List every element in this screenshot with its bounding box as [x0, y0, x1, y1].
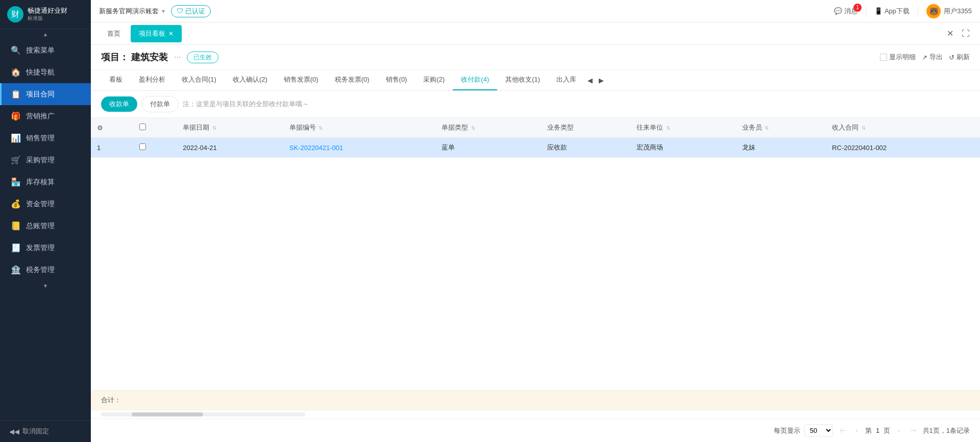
row-staff: 龙妹 [736, 138, 826, 158]
summary-row: 合计： [91, 390, 980, 410]
checkbox-icon [880, 54, 887, 61]
tab-close-icon[interactable]: ✕ [168, 30, 174, 37]
subtab-purchase[interactable]: 采购(2) [415, 70, 453, 90]
refresh-btn[interactable]: ↺ 刷新 [949, 53, 970, 62]
tabbar-actions: ✕ ⛶ [945, 27, 972, 40]
topbar: 新服务官网演示账套 ▾ 🛡 已认证 💬 消息 1 📱 App下载 🐻 用户335… [91, 0, 980, 22]
divider2 [918, 6, 918, 16]
display-detail-toggle[interactable]: 显示明细 [880, 53, 916, 62]
search-icon: 🔍 [11, 45, 21, 55]
horizontal-scrollbar[interactable] [91, 410, 980, 419]
message-btn[interactable]: 💬 消息 1 [834, 7, 857, 16]
select-all-checkbox[interactable] [139, 124, 146, 130]
sidebar-item-tax-label: 税务管理 [26, 265, 55, 275]
pagination: 每页显示 50 100 200 ⊢ ‹ 第 1 页 › ⊣ 共1页，1条记录 [91, 419, 980, 442]
th-number[interactable]: 单据编号 ⇅ [283, 118, 436, 138]
sidebar-item-tax[interactable]: 🏦 税务管理 [0, 259, 91, 281]
tab-project-board[interactable]: 项目看板 ✕ [131, 25, 182, 42]
row-contract: RC-20220401-002 [826, 138, 980, 158]
sidebar-nav: ▲ 🔍 搜索菜单 🏠 快捷导航 📋 项目合同 🎁 营销推广 📊 销售管理 🛒 采… [0, 29, 91, 420]
sidebar-item-finance-label: 资金管理 [26, 200, 55, 209]
sidebar-item-invoice-label: 发票管理 [26, 243, 55, 253]
export-btn[interactable]: ↗ 导出 [922, 53, 943, 62]
project-selector[interactable]: 新服务官网演示账套 ▾ [99, 7, 165, 16]
app-version: 标准版 [28, 15, 67, 22]
last-page-btn[interactable]: ⊣ [907, 426, 919, 435]
per-page-select[interactable]: 50 100 200 [804, 424, 833, 437]
sales-icon: 📊 [11, 133, 21, 143]
close-window-btn[interactable]: ✕ [945, 27, 955, 40]
th-staff[interactable]: 业务员 ⇅ [736, 118, 826, 138]
filterbar: 收款单 付款单 注：这里是与项目关联的全部收付款单哦～ [91, 91, 980, 118]
subtab-kanban[interactable]: 看板 [101, 70, 131, 90]
sidebar-item-purchase-label: 采购管理 [26, 156, 55, 165]
subtab-sales[interactable]: 销售(0) [378, 70, 415, 90]
scroll-down-btn[interactable]: ▼ [0, 281, 91, 291]
subtab-tax-invoice[interactable]: 税务发票(0) [327, 70, 378, 90]
row-number[interactable]: SK-20220421-001 [283, 138, 436, 158]
sidebar-item-marketing[interactable]: 🎁 营销推广 [0, 105, 91, 127]
table-row: 1 2022-04-21 SK-20220421-001 蓝单 应收款 宏茂商场… [91, 138, 980, 158]
subtab-income-confirm[interactable]: 收入确认(2) [225, 70, 276, 90]
message-icon: 💬 [834, 7, 842, 15]
sidebar-item-sales[interactable]: 📊 销售管理 [0, 127, 91, 149]
next-page-btn[interactable]: › [894, 426, 902, 435]
maximize-window-btn[interactable]: ⛶ [960, 27, 972, 40]
subtab-sales-invoice[interactable]: 销售发票(0) [276, 70, 327, 90]
th-checkbox[interactable] [133, 118, 177, 138]
subtab-receipts[interactable]: 收付款(4) [453, 70, 497, 90]
filter-hint: 注：这里是与项目关联的全部收付款单哦～ [183, 100, 309, 109]
prev-page-btn[interactable]: ‹ [853, 426, 861, 435]
row-checkbox[interactable] [133, 138, 177, 158]
page-label: 第 [865, 426, 872, 435]
certified-label: 已认证 [185, 7, 205, 16]
subtab-next-arrow[interactable]: ▶ [596, 71, 607, 89]
export-icon: ↗ [922, 54, 927, 61]
sidebar-item-ledger[interactable]: 📒 总账管理 [0, 215, 91, 237]
subtab-income-contract[interactable]: 收入合同(1) [174, 70, 225, 90]
sidebar-item-search[interactable]: 🔍 搜索菜单 [0, 39, 91, 61]
page-content: 项目： 建筑安装 ··· 已生效 显示明细 ↗ 导出 ↺ 刷新 [91, 45, 980, 442]
main-content: 新服务官网演示账套 ▾ 🛡 已认证 💬 消息 1 📱 App下载 🐻 用户335… [91, 0, 980, 442]
scrollbar-thumb[interactable] [132, 412, 203, 416]
sidebar-unpin[interactable]: ◀◀ 取消固定 [0, 420, 91, 442]
th-settings[interactable]: ⚙ [91, 118, 133, 138]
page-title: 项目： 建筑安装 [101, 51, 168, 63]
sort-date-icon: ⇅ [212, 125, 216, 131]
sidebar-item-quicknav[interactable]: 🏠 快捷导航 [0, 61, 91, 83]
receipt-filter-btn[interactable]: 收款单 [101, 96, 137, 112]
app-download-btn[interactable]: 📱 App下载 [874, 7, 910, 16]
doc-link[interactable]: SK-20220421-001 [289, 144, 344, 152]
phone-icon: 📱 [874, 7, 883, 15]
th-type[interactable]: 单据类型 ⇅ [435, 118, 541, 138]
more-options-btn[interactable]: ··· [174, 53, 181, 62]
user-menu[interactable]: 🐻 用户3355 [926, 4, 972, 18]
subtab-profit[interactable]: 盈利分析 [131, 70, 174, 90]
subtab-prev-arrow[interactable]: ◀ [584, 71, 596, 89]
subtab-inout[interactable]: 出入库 [548, 70, 584, 90]
row-type: 蓝单 [435, 138, 541, 158]
row-counterpart: 宏茂商场 [630, 138, 736, 158]
row-select-checkbox[interactable] [139, 143, 146, 150]
th-date[interactable]: 单据日期 ⇅ [177, 118, 283, 138]
sidebar-item-project-label: 项目合同 [26, 90, 55, 99]
sidebar-item-inventory[interactable]: 🏪 库存核算 [0, 171, 91, 193]
scroll-up-btn[interactable]: ▲ [0, 29, 91, 39]
first-page-btn[interactable]: ⊢ [837, 426, 849, 435]
subtab-other[interactable]: 其他收支(1) [497, 70, 548, 90]
current-page: 1 [876, 427, 879, 434]
sort-contract-icon: ⇅ [862, 125, 866, 131]
message-badge: 1 [853, 4, 862, 12]
tab-home[interactable]: 首页 [99, 25, 129, 42]
project-icon: 📋 [11, 89, 21, 99]
payment-filter-btn[interactable]: 付款单 [141, 96, 179, 112]
sidebar-item-finance[interactable]: 💰 资金管理 [0, 193, 91, 215]
sidebar-item-invoice[interactable]: 🧾 发票管理 [0, 237, 91, 259]
row-index: 1 [91, 138, 133, 158]
per-page-label: 每页显示 [774, 426, 800, 435]
sidebar-item-purchase[interactable]: 🛒 采购管理 [0, 149, 91, 171]
th-contract[interactable]: 收入合同 ⇅ [826, 118, 980, 138]
unpin-label: 取消固定 [22, 427, 49, 436]
sidebar-item-project[interactable]: 📋 项目合同 [0, 83, 91, 105]
th-counterpart[interactable]: 往来单位 ⇅ [630, 118, 736, 138]
